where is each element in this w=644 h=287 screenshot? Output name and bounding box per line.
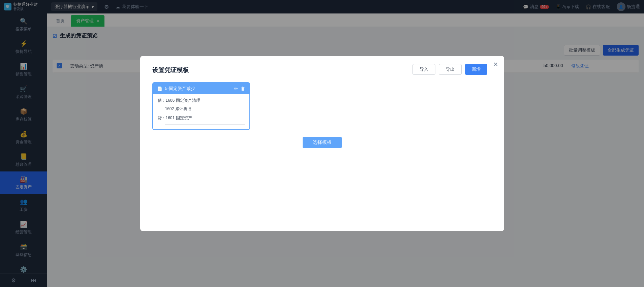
import-button[interactable]: 导入 bbox=[412, 64, 435, 75]
modal-dialog: ✕ 设置凭证模板 导入 导出 新增 📄 5-固定资产减少 ✏ 🗑 bbox=[140, 56, 504, 231]
modal-close-icon[interactable]: ✕ bbox=[493, 61, 498, 68]
template-grid: 📄 5-固定资产减少 ✏ 🗑 借：1606 固定资产清理 bbox=[152, 82, 492, 130]
new-button[interactable]: 新增 bbox=[465, 64, 487, 75]
select-template-button[interactable]: 选择模板 bbox=[303, 137, 342, 148]
template-card-body: 借：1606 固定资产清理 1602 累计折旧 bbox=[153, 94, 249, 129]
template-edit-icon[interactable]: ✏ bbox=[234, 86, 238, 91]
template-card-header: 📄 5-固定资产减少 ✏ 🗑 bbox=[153, 83, 249, 94]
credit-section: 贷：1601 固定资产 bbox=[158, 115, 245, 125]
template-card-1: 📄 5-固定资产减少 ✏ 🗑 借：1606 固定资产清理 bbox=[152, 82, 250, 130]
modal-toolbar: 导入 导出 新增 bbox=[412, 64, 487, 75]
modal-overlay: ✕ 设置凭证模板 导入 导出 新增 📄 5-固定资产减少 ✏ 🗑 bbox=[0, 0, 644, 287]
template-file-icon: 📄 bbox=[157, 86, 162, 91]
template-delete-icon[interactable]: 🗑 bbox=[241, 86, 245, 91]
debit-section: 借：1606 固定资产清理 1602 累计折旧 bbox=[158, 98, 245, 113]
template-actions: ✏ 🗑 bbox=[234, 86, 245, 91]
template-name: 5-固定资产减少 bbox=[165, 86, 195, 92]
export-button[interactable]: 导出 bbox=[439, 64, 462, 75]
